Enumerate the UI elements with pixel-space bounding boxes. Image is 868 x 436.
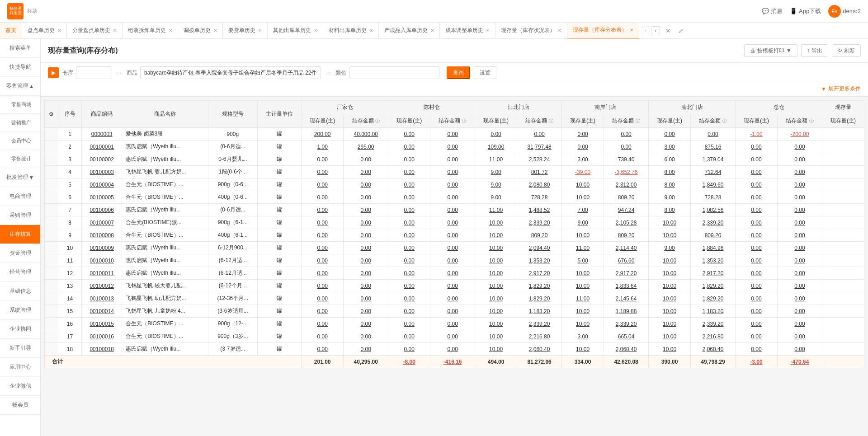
row-chencun-amt[interactable]: 0.00 [430, 204, 475, 216]
row-nanan-amt[interactable]: 809.20 [604, 229, 648, 242]
tab-transfer[interactable]: 调拨单历史 ✕ [178, 23, 223, 39]
row-nanan-amt[interactable]: 0.00 [604, 128, 648, 141]
row-yubei-amt[interactable]: 728.28 [690, 191, 735, 204]
sidebar-item-basic[interactable]: 基础信息 [0, 282, 40, 301]
row-jiangbei-amt[interactable]: 2,060.40 [517, 343, 561, 356]
row-code[interactable]: 00100006 [82, 204, 122, 216]
row-code[interactable]: 00100009 [82, 242, 122, 254]
settings-btn[interactable]: 设置 [474, 66, 496, 79]
tab-close[interactable]: ✕ [558, 28, 561, 33]
row-chencun-qty[interactable]: 0.00 [388, 204, 430, 216]
row-total-qty[interactable]: 0.00 [736, 343, 778, 356]
row-nanan-amt[interactable]: 2,312.00 [604, 178, 648, 191]
sidebar-item-inventory[interactable]: 库存核算 [0, 225, 40, 244]
row-jiangbei-qty[interactable]: 9.00 [475, 166, 517, 178]
row-chencun-amt[interactable]: 0.00 [430, 280, 475, 292]
row-yubei-qty[interactable]: 10.00 [649, 267, 691, 280]
row-total-amt[interactable]: 0.00 [777, 318, 822, 330]
row-nanan-qty[interactable]: 11.00 [562, 242, 604, 254]
info-icon[interactable]: ⓘ [549, 118, 553, 123]
row-nanan-qty[interactable]: 10.00 [562, 343, 604, 356]
row-total-qty[interactable]: 0.00 [736, 242, 778, 254]
row-yubei-amt[interactable]: 712.64 [690, 166, 735, 178]
row-factory-amt[interactable]: 40,000.00 [343, 128, 388, 141]
row-factory-qty[interactable]: 0.00 [302, 292, 344, 305]
row-total-amt[interactable]: 0.00 [777, 254, 822, 267]
row-jiangbei-amt[interactable]: 2,094.40 [517, 242, 561, 254]
row-chencun-amt[interactable]: 0.00 [430, 292, 475, 305]
nav-next[interactable]: › [651, 26, 660, 35]
row-code[interactable]: 00100011 [82, 267, 122, 280]
user-profile[interactable]: Ea demo2 [828, 5, 861, 18]
nav-prev[interactable]: ‹ [641, 26, 650, 35]
row-jiangbei-amt[interactable]: 1,829.20 [517, 292, 561, 305]
row-code[interactable]: 0000003 [82, 128, 122, 141]
row-jiangbei-qty[interactable]: 10.00 [475, 305, 517, 318]
sidebar-item-finance[interactable]: 资金管理 [0, 244, 40, 263]
row-factory-amt[interactable]: 0.00 [343, 166, 388, 178]
row-code[interactable]: 00100018 [82, 343, 122, 356]
row-jiangbei-amt[interactable]: 2,528.24 [517, 153, 561, 166]
row-total-amt[interactable]: 0.00 [777, 267, 822, 280]
row-yubei-amt[interactable]: 2,339.20 [690, 318, 735, 330]
row-yubei-amt[interactable]: 2,917.20 [690, 267, 735, 280]
row-code[interactable]: 00100001 [82, 141, 122, 153]
row-yubei-qty[interactable]: 8.00 [649, 204, 691, 216]
row-jiangbei-amt[interactable]: 31,797.48 [517, 141, 561, 153]
row-nanan-qty[interactable]: 10.00 [562, 305, 604, 318]
tab-inventory-status[interactable]: 现存量（库存状况表）✕ [495, 23, 567, 39]
tab-requisition[interactable]: 要货单历史 ✕ [223, 23, 268, 39]
row-jiangbei-qty[interactable]: 0.00 [475, 128, 517, 141]
row-nanan-qty[interactable]: 10.00 [562, 178, 604, 191]
row-chencun-qty[interactable]: 0.00 [388, 330, 430, 343]
row-total-amt[interactable]: 0.00 [777, 153, 822, 166]
row-chencun-qty[interactable]: 0.00 [388, 216, 430, 229]
row-factory-amt[interactable]: 0.00 [343, 204, 388, 216]
row-yubei-qty[interactable]: 3.00 [649, 141, 691, 153]
tab-cost-adjust[interactable]: 成本调整单历史 ✕ [440, 23, 495, 39]
info-icon[interactable]: ⓘ [462, 118, 467, 123]
refresh-btn[interactable]: ↻ 刷新 [832, 44, 861, 57]
row-yubei-amt[interactable]: 1,884.96 [690, 242, 735, 254]
row-factory-qty[interactable]: 0.00 [302, 254, 344, 267]
row-factory-qty[interactable]: 1.00 [302, 141, 344, 153]
row-total-qty[interactable]: 0.00 [736, 153, 778, 166]
row-code[interactable]: 00100013 [82, 292, 122, 305]
row-jiangbei-qty[interactable]: 10.00 [475, 242, 517, 254]
row-yubei-qty[interactable]: 8.00 [649, 166, 691, 178]
tab-close[interactable]: ✕ [169, 28, 172, 33]
row-factory-amt[interactable]: 0.00 [343, 343, 388, 356]
row-nanan-qty[interactable]: 10.00 [562, 191, 604, 204]
row-chencun-qty[interactable]: 0.00 [388, 292, 430, 305]
row-total-amt[interactable]: 0.00 [777, 280, 822, 292]
row-yubei-qty[interactable]: 10.00 [649, 254, 691, 267]
row-total-qty[interactable]: 0.00 [736, 216, 778, 229]
row-total-amt[interactable]: 0.00 [777, 229, 822, 242]
tab-disk-history[interactable]: 盘点单历史 ✕ [22, 23, 67, 39]
row-factory-amt[interactable]: 0.00 [343, 267, 388, 280]
row-yubei-qty[interactable]: 10.00 [649, 305, 691, 318]
tab-assemble[interactable]: 组装拆卸单历史 ✕ [123, 23, 178, 39]
row-total-amt[interactable]: 0.00 [777, 292, 822, 305]
row-chencun-qty[interactable]: 0.00 [388, 242, 430, 254]
row-nanan-amt[interactable]: 2,114.40 [604, 242, 648, 254]
row-factory-qty[interactable]: 0.00 [302, 153, 344, 166]
row-yubei-amt[interactable]: 1,829.20 [690, 280, 735, 292]
row-yubei-qty[interactable]: 8.00 [649, 178, 691, 191]
filter-expand-arrow[interactable]: ▶ [48, 67, 59, 78]
row-factory-qty[interactable]: 0.00 [302, 343, 344, 356]
row-jiangbei-amt[interactable]: 809.20 [517, 229, 561, 242]
row-chencun-amt[interactable]: 0.00 [430, 242, 475, 254]
col-settings[interactable]: ⚙ [45, 101, 58, 128]
warehouse-dots[interactable]: ··· [115, 70, 123, 76]
row-chencun-qty[interactable]: 0.00 [388, 153, 430, 166]
row-factory-qty[interactable]: 0.00 [302, 305, 344, 318]
sidebar-item-guide[interactable]: 新手引导 [0, 339, 40, 358]
row-yubei-qty[interactable]: 0.00 [649, 128, 691, 141]
export-btn[interactable]: ↑ 导出 [801, 44, 828, 57]
row-total-qty[interactable]: 0.00 [736, 330, 778, 343]
tab-close[interactable]: ✕ [486, 28, 490, 33]
row-total-amt[interactable]: 0.00 [777, 343, 822, 356]
row-code[interactable]: 00100003 [82, 166, 122, 178]
row-nanan-qty[interactable]: 10.00 [562, 318, 604, 330]
